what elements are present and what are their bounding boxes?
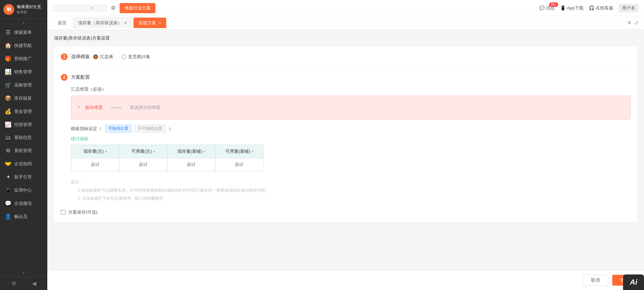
col-header-2[interactable]: 现存量(基辅) ▾ bbox=[168, 145, 216, 158]
expand-tab-button[interactable]: ⤢ bbox=[634, 20, 639, 26]
trial-button[interactable]: 体验行业方案 bbox=[120, 3, 155, 13]
step-divider bbox=[61, 67, 630, 67]
app-download-button[interactable]: 📱 App下载 bbox=[560, 5, 584, 11]
col-header-0[interactable]: 现存量(主) ▾ bbox=[71, 145, 119, 158]
sidebar-scroll-down[interactable]: ▼ bbox=[0, 270, 47, 276]
sidebar-item-search[interactable]: ☰ 搜索菜单 bbox=[0, 26, 47, 39]
settings-card: 1 选择模板 汇总表 交叉统计表 bbox=[54, 47, 637, 222]
tab-close-new-plan[interactable]: ✕ bbox=[158, 21, 161, 25]
star-icon: ✦ bbox=[5, 174, 11, 180]
sidebar-item-label: 基础信息 bbox=[14, 135, 32, 141]
radio-summary-input[interactable] bbox=[93, 54, 98, 59]
tip-item-0: 1.拖动标题栏可以调整布局，不可跨维度或指标区域拖动栏目字段(只能在同一维度或指… bbox=[71, 186, 630, 194]
sidebar-item-wechat[interactable]: 💬 企业微信 bbox=[0, 197, 47, 210]
ai-button[interactable]: Ai bbox=[623, 274, 644, 290]
step2-number: 2 bbox=[61, 74, 68, 81]
tab-new-plan[interactable]: 新建方案 ✕ bbox=[133, 18, 166, 28]
sidebar-item-finance[interactable]: 💰 资金管理 bbox=[0, 105, 47, 118]
sidebar-scroll-up[interactable]: ▲ bbox=[0, 19, 47, 26]
save-scheme: 方案保存(可选) bbox=[61, 209, 630, 215]
sidebar-item-operations[interactable]: 📈 经营管理 bbox=[0, 118, 47, 131]
sidebar-item-label: 营销推广 bbox=[14, 56, 32, 62]
dimension-label: 汇总维度（必选） bbox=[71, 86, 630, 92]
sidebar-item-sales[interactable]: 📊 销售管理 bbox=[0, 65, 47, 78]
sidebar-item-inventory[interactable]: 📦 库存核算 bbox=[0, 92, 47, 105]
close-all-tabs-button[interactable]: ✕ bbox=[627, 20, 631, 26]
sidebar-logo: 畅 畅康通好生意 标准版 bbox=[0, 0, 47, 19]
sidebar-item-label: 采购管理 bbox=[14, 82, 32, 88]
member-icon: 👤 bbox=[5, 213, 11, 220]
radio-summary[interactable]: 汇总表 bbox=[93, 54, 113, 60]
tab-close-inventory[interactable]: ✕ bbox=[124, 21, 127, 25]
sidebar-item-label: 新手引导 bbox=[14, 174, 32, 180]
tab-inventory-status[interactable]: 现存量（库存状况表） ✕ bbox=[73, 18, 132, 28]
folder-icon: 🗂 bbox=[5, 135, 11, 141]
stats-label: 统计指标 bbox=[71, 136, 630, 142]
sidebar-item-label: 库存核算 bbox=[14, 95, 32, 101]
col-header-3[interactable]: 可用量(基辅) ▾ bbox=[216, 145, 263, 158]
messages-badge: 99+ bbox=[549, 2, 558, 7]
main-content: ▾ ⚙ 体验行业方案 💬 消息 99+ 📱 App下载 🎧 在线客服 用户名 bbox=[47, 0, 644, 290]
settings-icon[interactable]: ⚙ bbox=[111, 5, 116, 11]
header-search[interactable]: ▾ bbox=[53, 4, 107, 12]
box-icon: 📦 bbox=[5, 95, 11, 101]
radio-cross-input[interactable] bbox=[121, 54, 126, 59]
stats-body: 合计 合计 合计 合计 bbox=[71, 158, 263, 171]
search-input[interactable] bbox=[56, 6, 90, 10]
save-scheme-checkbox[interactable] bbox=[61, 210, 66, 215]
indicator-settings: 模板指标设定（ 可拖动位置 不可拖动位置 ） 统计指标 现存量(主) ▾ bbox=[71, 125, 630, 171]
sidebar-item-guide[interactable]: ✦ 新手引导 bbox=[0, 170, 47, 184]
sidebar-item-quicknav[interactable]: 🏠 快捷导航 bbox=[0, 39, 47, 52]
sidebar-item-label: 经营管理 bbox=[14, 122, 32, 128]
user-menu[interactable]: 用户名 bbox=[619, 4, 639, 13]
dim-placeholder[interactable]: 请选择分组维度 bbox=[130, 104, 160, 111]
cancel-button[interactable]: 取消 bbox=[583, 274, 608, 286]
col-body-1: 合计 bbox=[119, 158, 167, 171]
sidebar-item-label: 系统管理 bbox=[14, 148, 32, 154]
top-header: ▾ ⚙ 体验行业方案 💬 消息 99+ 📱 App下载 🎧 在线客服 用户名 bbox=[47, 0, 644, 16]
sidebar-item-basic[interactable]: 🗂 基础信息 bbox=[0, 131, 47, 144]
sidebar-item-apps[interactable]: 📱 应用中心 bbox=[0, 184, 47, 197]
sidebar-item-enterprise[interactable]: 🤝 企业协同 bbox=[0, 157, 47, 170]
col-dropdown-3[interactable]: ▾ bbox=[252, 150, 253, 153]
sidebar-item-purchase[interactable]: 🛒 采购管理 bbox=[0, 78, 47, 92]
col-body-2: 合计 bbox=[168, 158, 216, 171]
col-dropdown-1[interactable]: ▾ bbox=[153, 150, 155, 153]
indicator-label: 模板指标设定（ 可拖动位置 不可拖动位置 ） bbox=[71, 125, 630, 132]
sidebar-item-label: 企业微信 bbox=[14, 200, 32, 207]
dim-arrow: —— bbox=[111, 104, 122, 111]
sidebar-item-member[interactable]: 👤 畅会员 bbox=[0, 210, 47, 223]
sidebar-item-label: 应用中心 bbox=[14, 187, 32, 193]
collapse-icon[interactable]: ◀ bbox=[32, 280, 36, 287]
bottom-actions: 取消 查询 bbox=[47, 270, 644, 290]
sidebar-item-label: 销售管理 bbox=[14, 69, 32, 75]
radio-cross[interactable]: 交叉统计表 bbox=[121, 54, 150, 60]
col-body-3: 合计 bbox=[216, 158, 263, 171]
step2-header: 2 方案配置 bbox=[61, 74, 630, 81]
col-dropdown-2[interactable]: ▾ bbox=[203, 150, 205, 153]
sidebar-item-label: 企业协同 bbox=[14, 161, 32, 167]
system-icon: ⚙ bbox=[5, 147, 11, 154]
dimension-box: * 纵向维度 —— 请选择分组维度 bbox=[71, 96, 630, 119]
non-draggable-badge: 不可拖动位置 bbox=[135, 125, 165, 132]
col-header-1[interactable]: 可用量(主) ▾ bbox=[119, 145, 167, 158]
step2-content: 汇总维度（必选） * 纵向维度 —— 请选择分组维度 模板指标设定（ 可拖动位置… bbox=[61, 86, 630, 202]
page-content: 现存量(库存状况表)方案设置 1 选择模板 汇总表 交叉统计表 bbox=[47, 30, 644, 270]
sidebar-item-marketing[interactable]: 🎁 营销推广 bbox=[0, 52, 47, 65]
messages-button[interactable]: 💬 消息 99+ bbox=[539, 5, 555, 11]
sidebar-item-label: 搜索菜单 bbox=[14, 29, 32, 35]
header-right: 💬 消息 99+ 📱 App下载 🎧 在线客服 用户名 bbox=[539, 4, 639, 13]
gift-icon: 🎁 bbox=[5, 55, 11, 62]
template-radio-group: 汇总表 交叉统计表 bbox=[93, 54, 150, 60]
step2-title: 方案配置 bbox=[71, 74, 90, 80]
sidebar-item-label: 资金管理 bbox=[14, 108, 32, 115]
search-dropdown-icon[interactable]: ▾ bbox=[91, 6, 93, 10]
tab-home[interactable]: 首页 bbox=[53, 18, 72, 28]
online-service-button[interactable]: 🎧 在线客服 bbox=[589, 5, 613, 11]
col-dropdown-0[interactable]: ▾ bbox=[105, 150, 107, 153]
settings-footer-icon[interactable]: ⚙ bbox=[11, 280, 16, 287]
operations-icon: 📈 bbox=[5, 121, 11, 128]
headset-icon: 🎧 bbox=[589, 5, 594, 10]
sidebar-item-system[interactable]: ⚙ 系统管理 bbox=[0, 144, 47, 157]
app-name: 畅康通好生意 bbox=[17, 4, 41, 10]
